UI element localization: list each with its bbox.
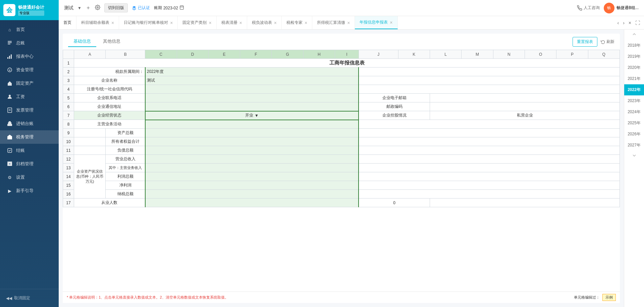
topbar-add-button[interactable]: ＋ [86,4,91,11]
sidebar-item-inventory[interactable]: 进销台账 [0,117,59,130]
tab-aux-balance[interactable]: 科目辅助余额表 × [76,16,119,29]
email-value[interactable] [430,94,620,102]
tab-tax-expert-close[interactable]: × [305,20,307,25]
year-item-2024[interactable]: 2024年 [624,106,644,118]
tax-total-value[interactable] [145,190,359,199]
tab-annual-report-close[interactable]: × [390,20,392,25]
phone-value[interactable] [145,94,359,102]
holding-value[interactable]: 私营企业 [430,111,620,120]
employees-value[interactable] [145,199,359,207]
col-header-n[interactable]: N [493,50,525,59]
year-item-2020[interactable]: 2020年 [624,62,644,73]
col-header-j[interactable]: J [359,50,398,59]
biz-status-dropdown[interactable]: 开业 ▼ [145,111,359,120]
col-header-k[interactable]: K [398,50,430,59]
col-header-c[interactable]: C [145,50,177,59]
row-num-6: 6 [63,102,74,111]
col-header-e[interactable]: E [208,50,240,59]
tab-prev-button[interactable]: ‹ [616,19,620,27]
year-item-2027[interactable]: 2027年 [624,140,644,151]
tab-expand-button[interactable]: ⛶ [634,19,641,27]
col-header-h[interactable]: H [303,50,335,59]
col-header-m[interactable]: M [462,50,493,59]
total-assets-value[interactable] [145,129,359,137]
tab-income-tax-close[interactable]: × [347,20,350,25]
col-header-d[interactable]: D [177,50,208,59]
sheet-tab-other[interactable]: 其他信息 [98,36,126,47]
user-menu[interactable]: 畅 畅捷通B组... [604,3,639,13]
topbar-dropdown-icon[interactable]: ▼ [77,6,82,10]
sidebar-item-settings[interactable]: ⚙ 设置 [0,171,59,184]
sidebar-item-tax[interactable]: 税务管理 [0,130,59,144]
col-header-i[interactable]: I [335,50,359,59]
company-name-value[interactable]: 测试 [145,76,359,85]
tab-tax-fluctuation[interactable]: 税负波动表 × [247,16,282,29]
profit-value[interactable] [145,172,359,181]
year-item-2021[interactable]: 2021年 [624,73,644,84]
tab-close-all-button[interactable]: × [627,19,633,27]
year-item-2018[interactable]: 2018年 [624,40,644,51]
tab-tax-return[interactable]: 税表清册 × [217,16,247,29]
main-biz-value[interactable] [145,120,359,129]
tab-next-button[interactable]: › [622,19,626,27]
tab-tax-return-close[interactable]: × [239,20,242,25]
year-scroll-down[interactable] [630,151,639,161]
period-value-cell[interactable]: 2022年度 [145,68,359,76]
col-header-g[interactable]: G [272,50,303,59]
col-header-f[interactable]: F [240,50,272,59]
col-header-l[interactable]: L [430,50,462,59]
net-profit-value[interactable] [145,181,359,190]
sidebar-item-invoice[interactable]: 发票管理 [0,103,59,117]
svg-rect-23 [180,6,184,9]
year-item-2025[interactable]: 2025年 [624,118,644,129]
revenue-value[interactable] [145,155,359,164]
reg-num-value[interactable] [145,85,359,94]
service-button[interactable]: 人工咨询 [577,5,600,11]
calendar-icon[interactable] [179,5,184,11]
tab-fixed-asset-cat[interactable]: 固定资产类别 × [178,16,216,29]
col-header-q[interactable]: Q [588,50,620,59]
sidebar-item-ledger[interactable]: 总账 [0,36,59,50]
tab-journal-bank[interactable]: 日记账与银行对账单核对 × [119,16,178,29]
year-scroll-up[interactable] [630,30,639,40]
year-item-2022[interactable]: 2022年 [624,84,644,95]
col-header-o[interactable]: O [525,50,556,59]
tab-journal-bank-close[interactable]: × [170,20,173,25]
sidebar-item-archive[interactable]: 归档管理 [0,157,59,171]
sidebar-item-settlement[interactable]: 结账 [0,144,59,157]
tab-aux-balance-close[interactable]: × [111,20,114,25]
refresh-button[interactable]: 刷新 [601,39,614,45]
svg-point-22 [97,7,98,8]
year-item-2019[interactable]: 2019年 [624,51,644,62]
sidebar-item-reports[interactable]: 报表中心 [0,50,59,63]
tab-tax-fluctuation-close[interactable]: × [274,20,277,25]
sidebar-item-salary[interactable]: 工资 [0,90,59,103]
equity-value[interactable] [145,137,359,146]
tab-fixed-asset-cat-close[interactable]: × [209,20,211,25]
year-item-2023[interactable]: 2023年 [624,95,644,106]
year-item-2026[interactable]: 2026年 [624,129,644,140]
main-revenue-value[interactable] [145,164,359,172]
old-version-button[interactable]: 切到旧版 [104,3,128,12]
tab-tax-expert[interactable]: 税检专家 × [282,16,312,29]
sidebar-item-fixed-assets[interactable]: 固定资产 [0,77,59,90]
tab-annual-report[interactable]: 年报信息申报表 × [355,16,397,29]
tab-income-tax[interactable]: 所得税汇算清缴 × [312,16,355,29]
address-value[interactable] [145,102,359,111]
tab-home[interactable]: 首页 [59,16,76,29]
spreadsheet-wrapper[interactable]: A B C D E F G H I J K L [63,50,620,292]
pin-button[interactable]: ◀◀ 取消固定 [3,293,55,304]
sidebar-item-home[interactable]: ⌂ 首页 [0,23,59,36]
col-header-p[interactable]: P [556,50,588,59]
sheet-title-cell[interactable]: 工商年报信息表 [74,59,620,68]
sheet-tab-basic[interactable]: 基础信息 [68,36,96,47]
col-header-b[interactable]: B [106,50,145,59]
sidebar-item-funds[interactable]: ¥ 资金管理 [0,63,59,77]
reset-report-button[interactable]: 重置报表 [573,37,597,47]
postal-value[interactable] [430,102,620,111]
revenue-label: 营业总收入 [106,155,145,164]
sidebar-item-guide[interactable]: ▶ 新手引导 [0,184,59,198]
col-header-a[interactable]: A [74,50,106,59]
topbar-settings-icon[interactable] [95,5,100,11]
liab-value[interactable] [145,146,359,155]
